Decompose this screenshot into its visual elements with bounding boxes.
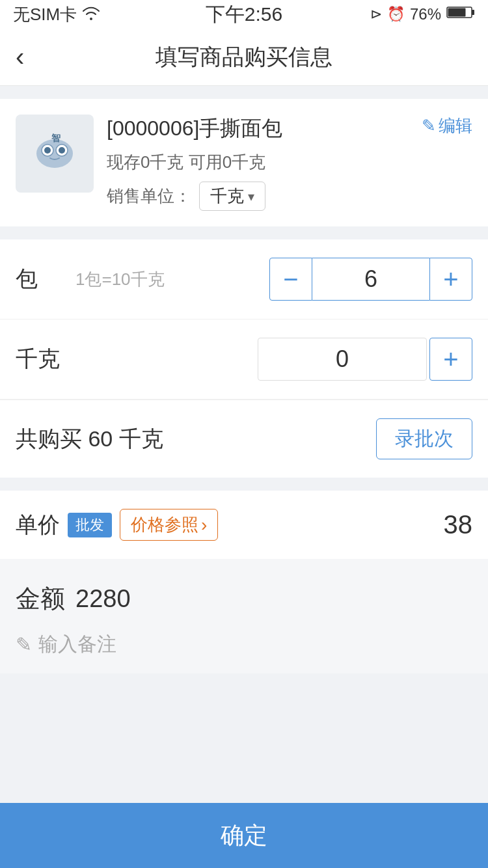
bao-label: 包 bbox=[16, 264, 68, 294]
product-logo-icon: 智 bbox=[32, 131, 77, 177]
amount-label: 金额 bbox=[16, 582, 65, 616]
alarm-icon: ⏰ bbox=[387, 6, 405, 23]
location-icon: ⊳ bbox=[370, 6, 382, 23]
edit-icon: ✎ bbox=[422, 116, 436, 136]
price-value: 38 bbox=[444, 510, 473, 539]
note-row[interactable]: ✎ 输入备注 bbox=[16, 621, 472, 673]
bao-hint: 1包=10千克 bbox=[75, 268, 269, 291]
note-placeholder: 输入备注 bbox=[38, 631, 116, 658]
confirm-button-label: 确定 bbox=[221, 820, 267, 852]
qianke-row: 千克 + bbox=[0, 319, 488, 400]
amount-row: 金额 2280 bbox=[16, 577, 472, 621]
bao-plus-button[interactable]: + bbox=[429, 258, 472, 301]
unit-value: 千克 bbox=[210, 185, 244, 208]
bao-controls: − + bbox=[269, 258, 472, 301]
qianke-plus-button[interactable]: + bbox=[429, 338, 472, 381]
bao-row: 包 1包=10千克 − + bbox=[0, 239, 488, 319]
bao-input[interactable] bbox=[312, 258, 429, 301]
confirm-button[interactable]: 确定 bbox=[0, 803, 488, 868]
nav-bar: ‹ 填写商品购买信息 bbox=[0, 29, 488, 86]
price-ref-label: 价格参照 bbox=[131, 513, 198, 536]
price-left: 单价 批发 价格参照 › bbox=[16, 509, 218, 541]
wifi-icon bbox=[82, 5, 100, 25]
svg-rect-2 bbox=[448, 8, 466, 17]
product-stock: 现存0千克 可用0千克 bbox=[107, 151, 472, 174]
total-label: 共购买 60 千克 bbox=[16, 424, 163, 454]
batch-button[interactable]: 录批次 bbox=[376, 418, 472, 459]
price-tag: 批发 bbox=[68, 513, 112, 537]
qianke-input[interactable] bbox=[258, 338, 427, 381]
unit-label: 销售单位： bbox=[107, 185, 191, 208]
svg-point-3 bbox=[36, 139, 73, 168]
bao-minus-button[interactable]: − bbox=[269, 258, 312, 301]
dropdown-arrow-icon: ▾ bbox=[248, 189, 254, 204]
status-bar: 无SIM卡 下午2:56 ⊳ ⏰ 76% bbox=[0, 0, 488, 29]
unit-selector[interactable]: 千克 ▾ bbox=[199, 182, 265, 211]
svg-point-6 bbox=[44, 147, 51, 154]
amount-value: 2280 bbox=[75, 585, 131, 613]
back-button[interactable]: ‹ bbox=[16, 42, 24, 72]
total-section: 共购买 60 千克 录批次 bbox=[0, 400, 488, 478]
edit-button[interactable]: ✎ 编辑 bbox=[422, 115, 472, 137]
page-title: 填写商品购买信息 bbox=[156, 42, 332, 72]
qianke-controls: + bbox=[258, 338, 472, 381]
status-left: 无SIM卡 bbox=[13, 3, 100, 26]
price-ref-button[interactable]: 价格参照 › bbox=[120, 509, 218, 541]
product-card: 智 [0000006]手撕面包 ✎ 编辑 现存0千克 可用0千克 销售单位： 千… bbox=[0, 99, 488, 226]
product-name: [0000006]手撕面包 bbox=[107, 115, 282, 143]
status-right: ⊳ ⏰ 76% bbox=[370, 5, 475, 23]
svg-point-7 bbox=[59, 147, 65, 154]
product-unit-row: 销售单位： 千克 ▾ bbox=[107, 182, 472, 211]
price-row: 单价 批发 价格参照 › 38 bbox=[16, 509, 472, 541]
product-image: 智 bbox=[16, 115, 94, 193]
price-ref-arrow-icon: › bbox=[201, 515, 207, 536]
quantity-section: 包 1包=10千克 − + 千克 + 共购买 60 千克 录批次 bbox=[0, 239, 488, 478]
price-label: 单价 bbox=[16, 510, 60, 540]
status-time: 下午2:56 bbox=[206, 1, 282, 28]
product-info: [0000006]手撕面包 ✎ 编辑 现存0千克 可用0千克 销售单位： 千克 … bbox=[107, 115, 472, 211]
product-name-row: [0000006]手撕面包 ✎ 编辑 bbox=[107, 115, 472, 143]
svg-text:智: 智 bbox=[51, 133, 61, 143]
qianke-label: 千克 bbox=[16, 344, 68, 374]
amount-section: 金额 2280 ✎ 输入备注 bbox=[0, 559, 488, 673]
svg-rect-1 bbox=[472, 10, 474, 15]
pencil-icon: ✎ bbox=[16, 633, 32, 656]
price-section: 单价 批发 价格参照 › 38 bbox=[0, 491, 488, 559]
battery-text: 76% bbox=[410, 5, 441, 23]
battery-icon bbox=[446, 5, 475, 23]
carrier-text: 无SIM卡 bbox=[13, 3, 77, 26]
